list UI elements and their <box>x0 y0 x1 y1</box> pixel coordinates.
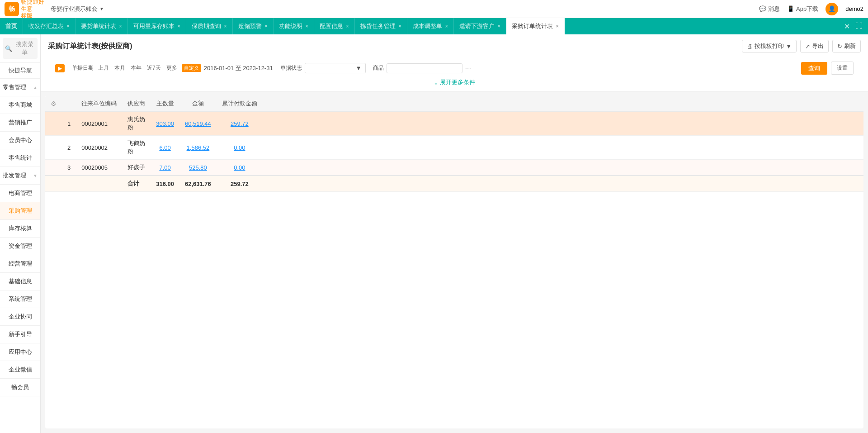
sidebar-item-vip[interactable]: 畅会员 <box>0 379 40 396</box>
user-name[interactable]: demo2 <box>845 5 863 12</box>
logo-text: 畅捷通好生意 标版 <box>21 0 45 19</box>
sidebar-item-system[interactable]: 系统管理 <box>0 290 40 308</box>
tab-expire[interactable]: 保质期查询 × <box>186 18 233 34</box>
export-button[interactable]: ↗ 导出 <box>800 40 829 52</box>
refresh-button[interactable]: ↻ 刷新 <box>832 40 861 52</box>
row1-qty: 303.00 <box>151 112 179 136</box>
sidebar-item-ecommerce[interactable]: 电商管理 <box>0 185 40 202</box>
app-download-button[interactable]: 📱 App下载 <box>787 5 818 13</box>
row1-settings <box>45 112 62 136</box>
tab-close-purchase-stat[interactable]: × <box>556 23 559 29</box>
filter-toggle-button[interactable]: ▶ <box>55 64 65 72</box>
tab-close-expire[interactable]: × <box>224 23 227 29</box>
row2-spacer <box>263 136 863 160</box>
store-selector[interactable]: 母婴行业演示账套 ▼ <box>51 5 754 13</box>
search-menu-button[interactable]: 🔍 搜索菜单 <box>3 38 38 59</box>
query-button[interactable]: 查询 <box>801 62 827 75</box>
tab-close-overstock[interactable]: × <box>264 23 268 29</box>
row2-unit-code: 00020002 <box>76 136 122 160</box>
chevron-down-icon-2: ▼ <box>33 173 38 178</box>
sidebar-item-basic[interactable]: 基础信息 <box>0 273 40 290</box>
more-date-button[interactable]: 更多 <box>165 63 179 73</box>
message-button[interactable]: 💬 消息 <box>759 5 780 13</box>
sidebar-item-retail-store[interactable]: 零售商城 <box>0 96 40 114</box>
sidebar-item-appcenter[interactable]: 应用中心 <box>0 343 40 361</box>
status-select[interactable]: ▼ <box>305 63 366 73</box>
sidebar-item-retail-stat[interactable]: 零售统计 <box>0 149 40 167</box>
tab-pick-task[interactable]: 拣货任务管理 × <box>355 18 407 34</box>
tab-receive[interactable]: 收发存汇总表 × <box>23 18 75 34</box>
message-icon: 💬 <box>759 5 766 12</box>
tab-close-cost-adj[interactable]: × <box>445 23 448 29</box>
tab-close-config[interactable]: × <box>346 23 349 29</box>
footer-paid: 259.72 <box>217 176 263 192</box>
top-right: 💬 消息 📱 App下载 👤 demo2 <box>759 3 863 15</box>
header-actions: 🖨 按模板打印 ▼ ↗ 导出 ↻ 刷新 <box>742 40 861 52</box>
row1-spacer <box>263 112 863 136</box>
tab-function[interactable]: 功能说明 × <box>274 18 314 34</box>
col-unit-code: 往来单位编码 <box>76 96 122 112</box>
tab-avail-stock[interactable]: 可用量库存账本 × <box>128 18 186 34</box>
filter-bar: ▶ 单据日期 上月 本月 本年 近7天 更多 自定义 2016 <box>48 57 861 91</box>
data-table: ⚙ 往来单位编码 供应商 主数量 金额 累计付款金额 1 <box>45 96 863 192</box>
sidebar-item-member[interactable]: 会员中心 <box>0 132 40 149</box>
print-caret-icon: ▼ <box>786 43 792 50</box>
last7-button[interactable]: 近7天 <box>145 63 163 73</box>
last-month-button[interactable]: 上月 <box>96 63 111 73</box>
tab-close-invite[interactable]: × <box>497 23 500 29</box>
col-index <box>62 96 76 112</box>
content-area: 采购订单统计表(按供应商) 🖨 按模板打印 ▼ ↗ 导出 ↻ 刷新 <box>41 34 868 433</box>
tab-home[interactable]: 首页 <box>0 18 23 34</box>
tab-expand-button[interactable]: ⛶ <box>854 22 864 30</box>
row2-supplier: 飞鹤奶粉 <box>122 136 151 160</box>
table-row[interactable]: 1 00020001 惠氏奶粉 303.00 60,519.44 259.72 <box>45 112 863 136</box>
expand-more-button[interactable]: ⌄ 展开更多条件 <box>434 78 475 86</box>
row2-amount: 1,586.52 <box>179 136 217 160</box>
sidebar-item-retail[interactable]: 零售管理 ▲ <box>0 79 40 96</box>
tab-purchase-stat[interactable]: 采购订单统计表 × <box>506 18 565 34</box>
print-button[interactable]: 🖨 按模板打印 ▼ <box>742 40 797 52</box>
tab-close-avail-stock[interactable]: × <box>177 23 180 29</box>
sidebar: 🔍 搜索菜单 快捷导航 零售管理 ▲ 零售商城 营销推广 会员中心 零售统计 批… <box>0 34 41 433</box>
tab-order-stat[interactable]: 要货单统计表 × <box>75 18 128 34</box>
footer-spacer <box>263 176 863 192</box>
tab-close-order-stat[interactable]: × <box>119 23 122 29</box>
row1-paid: 259.72 <box>217 112 263 136</box>
this-year-button[interactable]: 本年 <box>129 63 143 73</box>
goods-input[interactable] <box>387 63 462 73</box>
footer-qty: 316.00 <box>151 176 179 192</box>
row3-settings <box>45 160 62 176</box>
goods-more-icon[interactable]: ··· <box>465 64 471 72</box>
sidebar-item-inventory[interactable]: 库存核算 <box>0 220 40 238</box>
filter-settings-button[interactable]: 设置 <box>831 62 854 75</box>
tab-overstock[interactable]: 超储预警 × <box>233 18 274 34</box>
column-settings-icon[interactable]: ⚙ <box>51 100 57 107</box>
sidebar-item-newguide[interactable]: 新手引导 <box>0 326 40 343</box>
quick-nav-button[interactable]: 快捷导航 <box>0 63 40 79</box>
sidebar-item-marketing[interactable]: 营销推广 <box>0 114 40 132</box>
sidebar-item-purchase[interactable]: 采购管理 <box>0 202 40 220</box>
page-header: 采购订单统计表(按供应商) 🖨 按模板打印 ▼ ↗ 导出 ↻ 刷新 <box>41 34 868 91</box>
sidebar-item-operations[interactable]: 经营管理 <box>0 255 40 273</box>
tab-config[interactable]: 配置信息 × <box>314 18 355 34</box>
row1-index: 1 <box>62 112 76 136</box>
sidebar-item-wholesale[interactable]: 批发管理 ▼ <box>0 167 40 185</box>
status-caret-icon: ▼ <box>356 65 362 71</box>
table-row[interactable]: 2 00020002 飞鹤奶粉 6.00 1,586.52 0.00 <box>45 136 863 160</box>
sidebar-item-collab[interactable]: 企业协同 <box>0 308 40 326</box>
sidebar-item-corpwx[interactable]: 企业微信 <box>0 361 40 379</box>
col-paid: 累计付款金额 <box>217 96 263 112</box>
tab-invite[interactable]: 邀请下游客户 × <box>454 18 506 34</box>
tab-close-pick-task[interactable]: × <box>398 23 401 29</box>
tab-close-all-button[interactable]: ✕ <box>842 22 852 31</box>
tab-close-function[interactable]: × <box>305 23 308 29</box>
user-avatar[interactable]: 👤 <box>826 3 838 15</box>
custom-date-tag[interactable]: 自定义 <box>182 64 201 72</box>
row3-supplier: 好孩子 <box>122 160 151 176</box>
this-month-button[interactable]: 本月 <box>113 63 127 73</box>
tab-cost-adj[interactable]: 成本调整单 × <box>407 18 454 34</box>
tab-close-receive[interactable]: × <box>66 23 70 29</box>
table-row[interactable]: 3 00020005 好孩子 7.00 525.80 0.00 <box>45 160 863 176</box>
status-label: 单据状态 <box>280 64 302 72</box>
sidebar-item-finance[interactable]: 资金管理 <box>0 238 40 255</box>
